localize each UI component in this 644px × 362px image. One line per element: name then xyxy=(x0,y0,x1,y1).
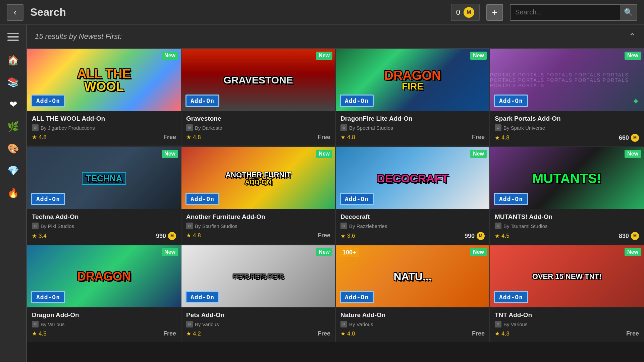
item-thumbnail-wool: ALL THE WOOL New Add-On xyxy=(27,49,181,111)
author-icon: ⚙ xyxy=(495,124,501,131)
item-author: ⚙ By Various xyxy=(186,321,330,327)
item-card-gravestone[interactable]: GRAVESTONE New Add-On Gravestone ⚙ By Da… xyxy=(181,49,335,147)
page-title: Search xyxy=(30,6,444,18)
item-price: Free xyxy=(318,330,330,337)
sidebar-item-texture[interactable]: 🎨 xyxy=(3,138,23,159)
item-author: ⚙ By Various xyxy=(495,321,639,327)
item-card-furniture[interactable]: ANOTHER FURNIT ADD-ON New Add-On Another… xyxy=(181,147,335,245)
results-count: 15 results by Newest First: xyxy=(35,32,122,41)
item-card-dragon2[interactable]: DRAGON New Add-On Dragon Add-On ⚙ By Var… xyxy=(27,245,181,342)
item-card-dragonfire[interactable]: DRAGON FIRE New Add-On DragonFire Lite A… xyxy=(335,49,490,147)
star-badge: ✦ xyxy=(632,96,640,107)
item-rating: ★ 4.8 xyxy=(340,134,355,141)
main-content: 15 results by Newest First: ⌃ ALL THE WO… xyxy=(27,25,644,362)
search-input[interactable] xyxy=(511,8,620,16)
addon-badge: Add-On xyxy=(31,95,65,107)
sidebar-item-worlds[interactable]: 💎 xyxy=(3,161,23,181)
item-rating: ★ 4.8 xyxy=(495,134,509,141)
author-icon: ⚙ xyxy=(340,124,347,131)
thumb-title-wool: ALL THE xyxy=(77,67,131,80)
thumb-title-techna: TECHNA xyxy=(82,172,126,185)
item-price: Free xyxy=(163,134,176,141)
sidebar-item-fire[interactable]: 🔥 xyxy=(3,183,23,203)
item-price: 830 M xyxy=(619,232,639,240)
thumb-subtitle-furniture: ADD-ON xyxy=(245,179,272,185)
items-grid: ALL THE WOOL New Add-On ALL THE WOOL Add… xyxy=(27,49,644,342)
item-thumbnail-dragonfire: DRAGON FIRE New Add-On xyxy=(336,49,489,111)
author-icon: ⚙ xyxy=(32,321,39,327)
item-rating: ★ 4.2 xyxy=(186,330,201,337)
thumb-subtitle-dragonfire: FIRE xyxy=(402,82,423,91)
item-rating: ★ 4.8 xyxy=(32,134,47,141)
item-card-tnt[interactable]: OVER 15 NEW TNT! New Add-On TNT Add-On ⚙… xyxy=(490,245,644,342)
sidebar-item-mobs[interactable]: 🌿 xyxy=(3,116,23,136)
header: ‹ Search 0 M + 🔍 xyxy=(0,0,644,25)
item-author: ⚙ By Tsunami Studios xyxy=(495,223,639,229)
sidebar-item-skins[interactable]: ❤ xyxy=(3,94,23,114)
item-title: Decocraft xyxy=(340,213,485,221)
new-badge: New xyxy=(316,150,332,158)
item-title: Dragon Add-On xyxy=(32,311,176,319)
new-badge: New xyxy=(625,52,641,60)
sidebar-item-marketplace[interactable]: 📚 xyxy=(3,72,23,92)
search-submit-button[interactable]: 🔍 xyxy=(620,4,637,21)
item-rating: ★ 4.5 xyxy=(32,330,47,337)
new-badge: New xyxy=(470,52,487,60)
coin-balance: 0 M xyxy=(451,4,480,21)
item-thumbnail-furniture: ANOTHER FURNIT ADD-ON New Add-On xyxy=(181,147,335,209)
item-card-decocraft[interactable]: decocraft New Add-On Decocraft ⚙ By Razz… xyxy=(335,147,490,245)
item-thumbnail-decocraft: decocraft New Add-On xyxy=(336,147,489,209)
item-author: ⚙ By Razzleberries xyxy=(340,223,485,229)
item-author: ⚙ By Spectral Studios xyxy=(340,124,485,131)
author-icon: ⚙ xyxy=(495,223,501,229)
coin-icon: M xyxy=(464,7,474,18)
item-card-techna[interactable]: TECHNA New Add-On Techna Add-On ⚙ By Pik… xyxy=(27,147,181,245)
item-thumbnail-tnt: OVER 15 NEW TNT! New Add-On xyxy=(490,245,644,307)
addon-badge: Add-On xyxy=(31,193,65,205)
addon-badge: Add-On xyxy=(494,291,528,303)
item-rating: ★ 4.3 xyxy=(495,330,509,337)
thumb-title-dragon2: DRAGON xyxy=(77,270,131,283)
search-bar: 🔍 xyxy=(510,4,637,21)
author-icon: ⚙ xyxy=(186,124,193,131)
addon-badge: Add-On xyxy=(494,193,528,205)
addon-badge: Add-On xyxy=(340,193,374,205)
author-icon: ⚙ xyxy=(340,223,347,229)
item-card-mutants[interactable]: MUTANTS! New Add-On MUTANTS! Add-On ⚙ By… xyxy=(490,147,644,245)
hamburger-line xyxy=(7,33,19,34)
new-badge: New xyxy=(470,150,487,158)
back-button[interactable]: ‹ xyxy=(7,4,23,21)
item-author: ⚙ By Various xyxy=(340,321,485,327)
item-title: Another Furniture Add-On xyxy=(186,213,330,221)
author-icon: ⚙ xyxy=(186,321,193,327)
sidebar-item-featured[interactable]: 🏠 xyxy=(3,50,23,70)
item-card-nature[interactable]: 100+ NATU... New Add-On Nature Add-On ⚙ … xyxy=(335,245,490,342)
item-price: Free xyxy=(472,134,485,141)
thumb-title-dragonfire: DRAGON xyxy=(384,69,441,82)
new-badge: New xyxy=(470,248,487,256)
hamburger-line xyxy=(7,40,19,41)
item-title: Nature Add-On xyxy=(340,311,485,319)
item-title: ALL THE WOOL Add-On xyxy=(32,115,176,122)
item-rating: ★ 3.4 xyxy=(32,233,47,240)
author-icon: ⚙ xyxy=(495,321,501,327)
thumb-title-decocraft: decocraft xyxy=(377,173,448,184)
item-thumbnail-dragon2: DRAGON New Add-On xyxy=(27,245,181,307)
item-author: ⚙ By Darkosto xyxy=(186,124,330,131)
item-card-portals[interactable]: PORTALS PORTALS PORTALS PORTALS PORTALS … xyxy=(490,49,644,147)
hamburger-menu[interactable] xyxy=(3,28,23,45)
add-coins-button[interactable]: + xyxy=(486,4,503,21)
price-coin-icon: M xyxy=(168,232,176,240)
sort-icon[interactable]: ⌃ xyxy=(629,32,636,42)
new-badge: New xyxy=(162,248,178,256)
item-price: Free xyxy=(318,232,330,239)
item-author: ⚙ By Spark Universe xyxy=(495,124,639,131)
item-card-wool[interactable]: ALL THE WOOL New Add-On ALL THE WOOL Add… xyxy=(27,49,181,147)
item-author: ⚙ By Jigarbov Productions xyxy=(32,124,176,131)
new-badge: New xyxy=(625,150,641,158)
item-price: 660 M xyxy=(619,134,639,142)
sidebar: 🏠 📚 ❤ 🌿 🎨 💎 🔥 xyxy=(0,25,27,362)
item-card-pets[interactable]: PETS PETS PETS New Add-On Pets Add-On ⚙ … xyxy=(181,245,335,342)
item-thumbnail-techna: TECHNA New Add-On xyxy=(27,147,181,209)
hamburger-line xyxy=(7,36,19,38)
